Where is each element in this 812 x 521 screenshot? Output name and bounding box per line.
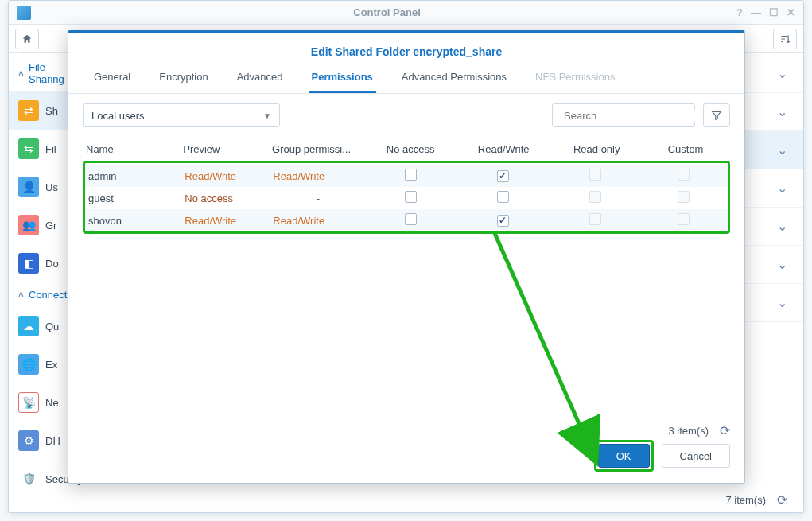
home-button[interactable] — [15, 29, 39, 49]
filter-bar: Local users ▼ — [68, 94, 744, 137]
tab-advanced-permissions[interactable]: Advanced Permissions — [398, 63, 510, 93]
reload-icon[interactable]: ⟳ — [777, 492, 787, 507]
shield-icon: 🛡️ — [18, 469, 39, 489]
shared-folder-icon: ⇄ — [18, 100, 39, 121]
modal-item-count: 3 item(s) — [668, 425, 709, 437]
dropdown-value: Local users — [91, 110, 144, 122]
checkbox-readwrite[interactable] — [497, 170, 509, 182]
ok-button[interactable]: OK — [598, 444, 650, 468]
caret-up-icon: ᐱ — [18, 69, 24, 78]
dialog-title: Edit Shared Folder encrypted_share — [68, 33, 744, 63]
cell-group: - — [270, 192, 366, 204]
titlebar: Control Panel ? — ☐ ✕ — [9, 1, 803, 25]
cell-preview: No access — [181, 192, 270, 204]
cell-group: Read/Write — [270, 215, 366, 227]
home-icon — [21, 33, 33, 45]
item-count: 7 item(s) — [725, 494, 766, 506]
highlight-annotation: OK — [594, 440, 654, 472]
search-box[interactable] — [552, 103, 695, 127]
checkbox-readonly[interactable] — [589, 213, 601, 225]
checkbox-readonly[interactable] — [589, 169, 601, 181]
filter-button[interactable] — [703, 103, 730, 127]
checkbox-custom[interactable] — [678, 169, 690, 181]
table-row[interactable]: guest No access - — [85, 187, 728, 209]
tab-general[interactable]: General — [91, 63, 134, 93]
chevron-down-icon: ⌄ — [777, 104, 787, 119]
checkbox-readwrite[interactable] — [497, 191, 509, 203]
chevron-down-icon: ⌄ — [777, 66, 787, 81]
close-icon[interactable]: ✕ — [787, 6, 795, 18]
edit-shared-folder-dialog: Edit Shared Folder encrypted_share Gener… — [68, 30, 745, 484]
checkbox-custom[interactable] — [678, 213, 690, 225]
content-footer: 7 item(s) ⟳ — [725, 492, 787, 507]
search-input[interactable] — [564, 110, 697, 122]
cancel-button[interactable]: Cancel — [662, 444, 730, 468]
checkbox-noaccess[interactable] — [405, 169, 417, 181]
col-ro[interactable]: Read only — [552, 143, 641, 155]
table-header: Name Preview Group permissi... No access… — [83, 137, 730, 162]
cell-name: shovon — [85, 215, 181, 227]
sort-icon — [779, 33, 791, 45]
col-noaccess[interactable]: No access — [366, 143, 455, 155]
user-type-dropdown[interactable]: Local users ▼ — [83, 103, 280, 127]
chevron-down-icon: ⌄ — [777, 219, 787, 234]
tab-encryption[interactable]: Encryption — [156, 63, 211, 93]
cell-name: guest — [85, 192, 181, 204]
chevron-down-icon: ⌄ — [777, 295, 787, 310]
globe-icon: 🌐 — [18, 354, 39, 375]
funnel-icon — [711, 110, 722, 121]
tab-permissions[interactable]: Permissions — [309, 63, 376, 93]
caret-up-icon: ᐱ — [18, 290, 24, 299]
group-icon: 👥 — [18, 215, 39, 235]
minimize-icon[interactable]: — — [751, 6, 761, 18]
checkbox-custom[interactable] — [678, 191, 690, 203]
sidebar-section-label: File Sharing — [29, 61, 70, 85]
checkbox-noaccess[interactable] — [405, 213, 417, 225]
chevron-down-icon: ⌄ — [777, 257, 787, 272]
maximize-icon[interactable]: ☐ — [769, 6, 779, 18]
cloud-icon: ☁ — [18, 316, 39, 336]
modal-item-count-row: 3 item(s) ⟳ — [668, 423, 730, 438]
chevron-down-icon: ⌄ — [777, 181, 787, 196]
col-custom[interactable]: Custom — [641, 143, 730, 155]
tab-bar: General Encryption Advanced Permissions … — [68, 63, 744, 94]
window-title: Control Panel — [37, 6, 736, 18]
app-icon — [17, 6, 31, 20]
col-rw[interactable]: Read/Write — [455, 143, 552, 155]
col-group[interactable]: Group permissi... — [269, 143, 366, 155]
reload-icon[interactable]: ⟳ — [720, 423, 730, 438]
cell-preview: Read/Write — [181, 215, 270, 227]
table-row[interactable]: shovon Read/Write Read/Write — [85, 209, 728, 231]
file-services-icon: ⇆ — [18, 138, 39, 159]
checkbox-readwrite[interactable] — [497, 215, 509, 227]
chevron-down-icon: ▼ — [263, 111, 271, 120]
checkbox-noaccess[interactable] — [405, 191, 417, 203]
cell-group: Read/Write — [270, 170, 366, 182]
sort-button[interactable] — [773, 29, 797, 49]
checkbox-readonly[interactable] — [589, 191, 601, 203]
col-preview[interactable]: Preview — [180, 143, 269, 155]
table-row[interactable]: admin Read/Write Read/Write — [85, 165, 728, 187]
tab-nfs-permissions: NFS Permissions — [532, 63, 618, 93]
highlight-annotation: admin Read/Write Read/Write guest No acc… — [83, 161, 730, 234]
domain-icon: ◧ — [18, 253, 39, 274]
cell-preview: Read/Write — [181, 170, 270, 182]
tab-advanced[interactable]: Advanced — [234, 63, 286, 93]
cell-name: admin — [85, 170, 181, 182]
chevron-down-icon: ⌄ — [777, 142, 787, 157]
dialog-footer: OK Cancel — [83, 440, 730, 472]
dhcp-icon: ⚙ — [18, 430, 39, 451]
svg-line-2 — [494, 231, 593, 456]
network-icon: 📡 — [18, 392, 39, 413]
help-icon[interactable]: ? — [736, 6, 743, 18]
user-icon: 👤 — [18, 177, 39, 197]
permissions-table: Name Preview Group permissi... No access… — [68, 137, 744, 234]
col-name[interactable]: Name — [83, 143, 180, 155]
